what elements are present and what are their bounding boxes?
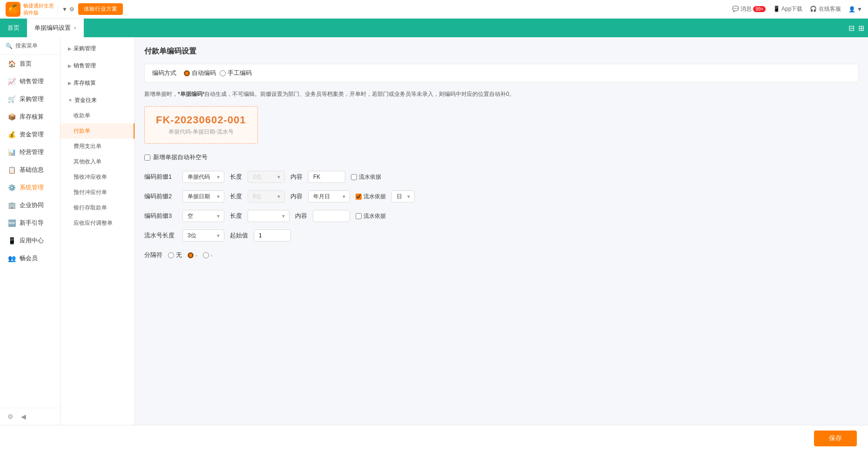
sidebar-item-operations[interactable]: 📊 经营管理 (0, 143, 60, 161)
length-select-wrap-1: 2位 ▼ (248, 171, 285, 183)
logo-icon: 🍊 (6, 2, 20, 17)
main-content: 付款单编码设置 编码方式 自动编码 手工编码 新增单据时，*单据编码*自动生成，… (135, 37, 868, 425)
sidebar-item-inventory[interactable]: 📦 库存核算 (0, 108, 60, 126)
maximize-icon[interactable]: ⊞ (858, 24, 864, 33)
trial-button[interactable]: 体验行业方案 (78, 3, 123, 15)
sidebar-settings-icon[interactable]: ⚙ (7, 413, 13, 420)
serial-length-select[interactable]: 3位 (182, 229, 224, 242)
home-icon: 🏠 (7, 60, 16, 68)
sidebar-item-app[interactable]: 📱 应用中心 (0, 232, 60, 249)
sub-menu-expense[interactable]: 费用支出单 (61, 139, 135, 154)
arrow-down-icon: ▼ (68, 98, 73, 103)
prefix-row-1: 编码前缀1 单据代码 ▼ 长度 2位 ▼ 内容 流水依据 (144, 171, 859, 183)
sub-menu-payment[interactable]: 付款单 (61, 123, 135, 139)
content-select-2[interactable]: 年月日 (308, 190, 350, 202)
content-label-2: 内容 (290, 192, 303, 201)
serial-checkbox-wrap-2[interactable]: 流水依据 (356, 193, 386, 201)
sub-menu-pre-collect[interactable]: 预收冲应收单 (61, 169, 135, 185)
sep-dash[interactable]: · (203, 252, 213, 259)
dropdown-arrow[interactable]: ▼ (62, 6, 67, 13)
tab-actions: ⊟ ⊞ (848, 24, 868, 33)
example-code: FK-20230602-001 (156, 114, 246, 126)
sidebar-item-member[interactable]: 👥 畅会员 (0, 249, 60, 267)
settings-icon[interactable]: ⚙ (69, 6, 74, 13)
bottom-bar: 保存 (0, 425, 868, 451)
encoding-type-label: 编码方式 (152, 69, 176, 77)
prefix-select-1[interactable]: 单据代码 (182, 171, 224, 183)
example-box: FK-20230602-001 单据代码-单据日期-流水号 (144, 106, 258, 144)
auto-fill-checkbox[interactable] (144, 155, 150, 161)
day-select-wrap: 日 月 年 ▼ (391, 190, 415, 202)
manual-encoding-radio[interactable]: 手工编码 (220, 69, 252, 77)
sidebar-item-sales[interactable]: 📈 销售管理 (0, 73, 60, 90)
content-label-1: 内容 (290, 173, 303, 181)
tab-bar: 首页 单据编码设置 × ⊟ ⊞ (0, 19, 868, 37)
length-select-3[interactable] (248, 210, 289, 222)
auto-fill-label[interactable]: 新增单据自动补空号 (153, 153, 208, 162)
sidebar-item-finance[interactable]: 💰 资金管理 (0, 126, 60, 143)
page-title: 付款单编码设置 (144, 47, 859, 56)
sub-group-inventory-header[interactable]: ▶ 库存核算 (61, 75, 135, 91)
prefix-select-2[interactable]: 单据日期 (182, 190, 224, 202)
top-bar: 🍊 畅捷通好生意 插件版 ▼ ⚙ 体验行业方案 💬 消息 99+ 📱 App下载… (0, 0, 868, 19)
tab-doc-encoding[interactable]: 单据编码设置 × (27, 19, 84, 37)
user-avatar[interactable]: 👤 ▼ (848, 6, 862, 13)
sidebar-collapse-icon[interactable]: ◀ (21, 413, 26, 420)
start-value-input[interactable] (254, 229, 291, 242)
top-nav: ▼ ⚙ (62, 6, 74, 13)
content-input-1[interactable] (308, 171, 345, 183)
sub-menu-pre-pay[interactable]: 预付冲应付单 (61, 185, 135, 200)
separator-label: 分隔符 (144, 251, 162, 259)
prefix-select-wrap-3: 空 ▼ (182, 210, 224, 222)
app-download[interactable]: 📱 App下载 (773, 5, 802, 13)
length-select-wrap-3: ▼ (248, 210, 289, 222)
sidebar-item-purchase[interactable]: 🛒 采购管理 (0, 90, 60, 108)
sub-menu-receipt[interactable]: 收款单 (61, 108, 135, 123)
sidebar-item-home[interactable]: 🏠 首页 (0, 55, 60, 73)
serial-checkbox-3[interactable] (356, 213, 362, 219)
serial-checkbox-wrap-1[interactable]: 流水依据 (351, 173, 381, 181)
save-button[interactable]: 保存 (814, 431, 857, 446)
serial-checkbox-2[interactable] (356, 194, 362, 200)
desc-text: 新增单据时，*单据编码*自动生成，不可编辑。前缀设置为部门、业务员等档案类，开单… (144, 90, 859, 99)
length-label-2: 长度 (230, 192, 242, 201)
sub-menu-bank[interactable]: 银行存取款单 (61, 200, 135, 215)
sub-group-sales-header[interactable]: ▶ 销售管理 (61, 58, 135, 74)
length-select-2[interactable]: 8位 (248, 190, 285, 202)
arrow-right-icon: ▶ (68, 63, 72, 68)
operations-icon: 📊 (7, 148, 16, 156)
sidebar-item-enterprise[interactable]: 🏢 企业协同 (0, 196, 60, 214)
sidebar-item-system[interactable]: ⚙️ 系统管理 (0, 179, 60, 196)
sub-group-finance-header[interactable]: ▼ 资金往来 (61, 93, 135, 108)
content-input-3[interactable] (313, 210, 350, 222)
sep-dot[interactable]: · (188, 252, 197, 259)
minimize-icon[interactable]: ⊟ (848, 24, 855, 33)
sub-menu-other-income[interactable]: 其他收入单 (61, 154, 135, 169)
sidebar-item-basic[interactable]: 📋 基础信息 (0, 161, 60, 179)
online-service[interactable]: 🎧 在线客服 (810, 5, 841, 13)
sidebar-item-guide[interactable]: 🆕 新手引导 (0, 214, 60, 232)
sub-group-inventory: ▶ 库存核算 (61, 75, 135, 91)
serial-number-row: 流水号长度 3位 ▼ 起始值 (144, 229, 859, 242)
prefix-select-3[interactable]: 空 (182, 210, 224, 222)
length-select-1[interactable]: 2位 (248, 171, 285, 183)
sub-group-purchase: ▶ 采购管理 (61, 41, 135, 56)
auto-encoding-radio[interactable]: 自动编码 (184, 69, 216, 77)
serial-checkbox-wrap-3[interactable]: 流水依据 (356, 212, 386, 220)
tab-home[interactable]: 首页 (0, 19, 27, 37)
sidebar-search[interactable]: 🔍 搜索菜单 (0, 37, 60, 55)
prefix-label-3: 编码前缀3 (144, 212, 177, 220)
sub-group-purchase-header[interactable]: ▶ 采购管理 (61, 41, 135, 56)
tab-close-icon[interactable]: × (74, 25, 76, 31)
message-item[interactable]: 💬 消息 99+ (732, 5, 766, 13)
prefix-label-1: 编码前缀1 (144, 173, 177, 181)
arrow-right-icon: ▶ (68, 46, 72, 51)
day-select[interactable]: 日 月 年 (391, 190, 415, 202)
sep-none[interactable]: 无 (168, 251, 182, 259)
serial-checkbox-1[interactable] (351, 174, 357, 180)
sub-menu-adjust[interactable]: 应收应付调整单 (61, 215, 135, 231)
member-icon: 👥 (7, 254, 16, 263)
content-select-wrap-2: 年月日 ▼ (308, 190, 350, 202)
prefix-select-wrap-1: 单据代码 ▼ (182, 171, 224, 183)
message-badge: 99+ (753, 6, 766, 12)
